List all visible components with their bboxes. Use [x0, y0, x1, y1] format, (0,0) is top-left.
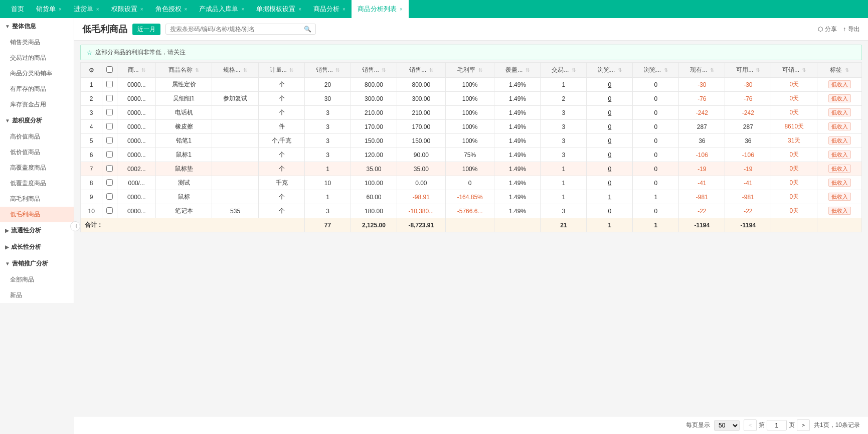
row-current-stock: -981 — [679, 190, 725, 204]
row-available-stock: 36 — [725, 134, 771, 148]
sidebar-item-全部商品[interactable]: 全部商品 — [0, 272, 74, 287]
checkbox-col[interactable] — [102, 63, 117, 78]
row-checkbox[interactable] — [106, 137, 113, 143]
row-checkbox[interactable] — [106, 207, 113, 214]
nav-item-进货单[interactable]: 进货单× — [68, 0, 105, 18]
row-checkbox[interactable] — [106, 165, 113, 172]
sidebar-group-流通性分析[interactable]: ▶流通性分析 — [0, 222, 74, 239]
page-summary: 共1页，10条记录 — [814, 421, 860, 429]
row-code: 000/... — [117, 176, 156, 190]
footer-views1: 1 — [587, 218, 633, 232]
row-name: 橡皮擦 — [156, 120, 212, 134]
row-checkbox[interactable] — [106, 81, 113, 87]
chevron-icon: ▶ — [5, 244, 9, 250]
row-no: 3 — [81, 106, 102, 120]
row-transaction: 1 — [541, 190, 587, 204]
row-gross-margin: 75% — [445, 148, 494, 162]
sidebar-item-库存资金占用[interactable]: 库存资金占用 — [0, 97, 74, 112]
sidebar-item-低覆盖度商品[interactable]: 低覆盖度商品 — [0, 176, 74, 191]
row-no: 9 — [81, 190, 102, 204]
nav-item-权限设置[interactable]: 权限设置× — [105, 0, 149, 18]
filter-button[interactable]: 近一月 — [132, 24, 160, 35]
sidebar-item-销售类商品[interactable]: 销售类商品 — [0, 35, 74, 50]
content-header: 低毛利商品 近一月 🔍 ⬡ 分享 ↑ 导出 — [74, 18, 868, 41]
row-sales-amount: 120.00 — [351, 148, 397, 162]
select-all-checkbox[interactable] — [106, 66, 113, 73]
row-checkbox[interactable] — [106, 95, 113, 101]
row-sales-qty: 20 — [305, 78, 351, 92]
row-checkbox[interactable] — [106, 123, 113, 129]
sidebar-item-交易过的商品[interactable]: 交易过的商品 — [0, 50, 74, 66]
nav-item-角色授权[interactable]: 角色授权× — [149, 0, 194, 18]
row-gross-margin: -5766.6... — [445, 204, 494, 218]
sidebar-group-成长性分析[interactable]: ▶成长性分析 — [0, 239, 74, 255]
sidebar-item-高毛利商品[interactable]: 高毛利商品 — [0, 191, 74, 207]
sidebar-collapse-button[interactable]: 《 — [70, 221, 80, 231]
row-checkbox[interactable] — [106, 179, 113, 186]
row-gross-margin: 0 — [445, 176, 494, 190]
row-views1: 0 — [587, 78, 633, 92]
sidebar-item-高价值商品[interactable]: 高价值商品 — [0, 129, 74, 144]
row-code: 0000... — [117, 92, 156, 106]
nav-item-首页[interactable]: 首页 — [5, 0, 30, 18]
page-input[interactable] — [767, 420, 787, 430]
nav-item-商品分析[interactable]: 商品分析× — [307, 0, 352, 18]
row-checkbox[interactable] — [106, 151, 113, 158]
row-gross-margin: 100% — [445, 134, 494, 148]
search-icon[interactable]: 🔍 — [304, 26, 311, 33]
row-checkbox[interactable] — [106, 193, 113, 200]
row-views2: 0 — [633, 106, 679, 120]
nav-item-销货单[interactable]: 销货单× — [30, 0, 68, 18]
nav-item-商品分析列表[interactable]: 商品分析列表× — [352, 0, 409, 18]
row-checkbox-cell — [102, 190, 117, 204]
table-row: 3 0000... 电话机 个 3 210.00 210.00 100% 1.4… — [81, 106, 862, 120]
sidebar-item-低价值商品[interactable]: 低价值商品 — [0, 144, 74, 160]
sidebar-item-新品[interactable]: 新品 — [0, 287, 74, 303]
row-views1: 0 — [587, 204, 633, 218]
close-icon[interactable]: × — [342, 7, 345, 12]
nav-item-产成品入库单[interactable]: 产成品入库单× — [193, 0, 250, 18]
share-button[interactable]: ⬡ 分享 — [818, 25, 837, 34]
row-saleable-days: 0天 — [771, 176, 817, 190]
close-icon[interactable]: × — [298, 7, 301, 12]
close-icon[interactable]: × — [140, 7, 143, 12]
footer-sales-qty: 77 — [305, 218, 351, 232]
row-transaction: 3 — [541, 204, 587, 218]
export-button[interactable]: ↑ 导出 — [843, 25, 860, 34]
table-header: ⚙ 商... ⇅ 商品名称 ⇅ 规格... ⇅ 计量... ⇅ 销售... ⇅ … — [81, 63, 862, 78]
sidebar-group-营销推广分析[interactable]: ▼营销推广分析 — [0, 255, 74, 272]
close-icon[interactable]: × — [185, 7, 188, 12]
close-icon[interactable]: × — [241, 7, 244, 12]
row-sales-amount: 180.00 — [351, 204, 397, 218]
row-available-stock: -106 — [725, 148, 771, 162]
per-page-select[interactable]: 50 100 200 — [714, 420, 740, 431]
footer-row: 合计： 77 2,125.00 -8,723.91 21 1 1 -1194 -… — [81, 218, 862, 232]
close-icon[interactable]: × — [96, 7, 99, 12]
sidebar: ▼整体信息销售类商品交易过的商品商品分类助销率有库存的商品库存资金占用▼差积度分… — [0, 18, 74, 303]
nav-item-单据模板设置[interactable]: 单据模板设置× — [250, 0, 307, 18]
sidebar-item-有库存的商品[interactable]: 有库存的商品 — [0, 81, 74, 97]
sidebar-group-差积度分析[interactable]: ▼差积度分析 — [0, 112, 74, 129]
row-checkbox-cell — [102, 148, 117, 162]
sidebar-group-整体信息[interactable]: ▼整体信息 — [0, 18, 74, 35]
prev-page-button[interactable]: ＜ — [744, 419, 757, 431]
row-tag: 低收入 — [817, 148, 862, 162]
sidebar-item-商品分类助销率[interactable]: 商品分类助销率 — [0, 66, 74, 81]
close-icon[interactable]: × — [59, 7, 62, 12]
settings-col[interactable]: ⚙ — [81, 63, 102, 78]
close-icon[interactable]: × — [400, 7, 403, 12]
row-tag: 低收入 — [817, 106, 862, 120]
sidebar-item-低毛利商品[interactable]: 低毛利商品 — [0, 207, 74, 222]
row-views1: 0 — [587, 148, 633, 162]
search-input[interactable] — [170, 26, 304, 33]
col-current-stock: 现有... ⇅ — [679, 63, 725, 78]
row-current-stock: -41 — [679, 176, 725, 190]
data-table: ⚙ 商... ⇅ 商品名称 ⇅ 规格... ⇅ 计量... ⇅ 销售... ⇅ … — [80, 62, 862, 232]
sidebar-item-高覆盖度商品[interactable]: 高覆盖度商品 — [0, 160, 74, 176]
row-name: 属性定价 — [156, 78, 212, 92]
row-sales-qty: 3 — [305, 134, 351, 148]
row-checkbox[interactable] — [106, 109, 113, 115]
next-page-button[interactable]: ＞ — [797, 419, 810, 431]
search-box: 🔍 — [165, 24, 316, 35]
row-checkbox-cell — [102, 162, 117, 176]
